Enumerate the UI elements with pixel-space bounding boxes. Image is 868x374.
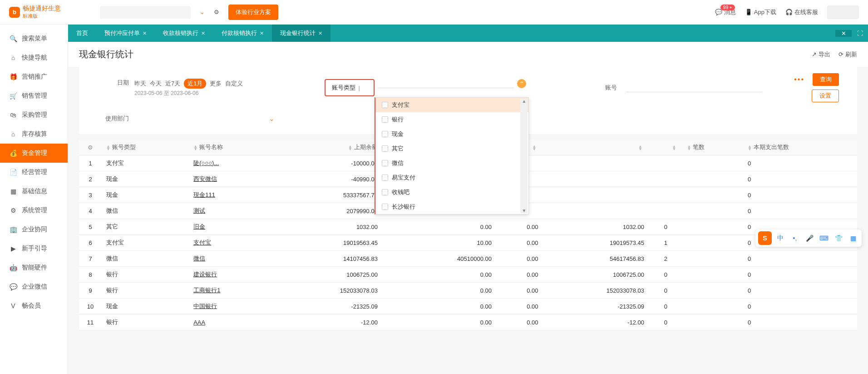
ime-sogou-icon[interactable]: S: [758, 231, 772, 245]
dropdown-item-2[interactable]: 现金: [375, 127, 528, 141]
sort-icon[interactable]: ▲▼: [193, 145, 197, 150]
cell-name[interactable]: 陡(○○○)...: [189, 155, 276, 171]
col-header-2[interactable]: ▲▼账号名称: [189, 140, 276, 155]
ime-keyboard-icon[interactable]: ⌨: [818, 232, 830, 244]
industry-plan-button[interactable]: 体验行业方案: [228, 5, 278, 20]
close-icon[interactable]: ✕: [318, 30, 322, 36]
close-icon[interactable]: ✕: [201, 30, 205, 36]
cell-name[interactable]: 微信: [189, 251, 276, 267]
table-row[interactable]: 9 银行 工商银行1 152033078.03 0.00 0.00 152033…: [79, 283, 857, 299]
close-icon[interactable]: ✕: [260, 30, 264, 36]
chevron-down-icon[interactable]: ⌄: [200, 9, 205, 15]
date-option-2[interactable]: 近7天: [165, 80, 180, 88]
cell-name[interactable]: 测试: [189, 203, 276, 219]
sort-icon[interactable]: ▲▼: [748, 145, 752, 150]
app-download-link[interactable]: 📱 App下载: [745, 8, 776, 16]
user-avatar[interactable]: [827, 5, 859, 19]
more-filters-icon[interactable]: •••: [794, 75, 804, 84]
filter-settings-button[interactable]: 设置: [812, 90, 839, 102]
date-option-1[interactable]: 今天: [150, 80, 162, 88]
table-row[interactable]: 10 现金 中国银行 -21325.09 0.00 0.00 -21325.09…: [79, 299, 857, 314]
sidebar-item-11[interactable]: ▶新手引导: [0, 239, 68, 258]
gear-icon[interactable]: ⚙: [214, 9, 219, 15]
fullscreen-button[interactable]: ⛶: [852, 30, 868, 37]
cell-name[interactable]: 支付宝: [189, 235, 276, 251]
table-row[interactable]: 7 微信 微信 14107456.83 40510000.00 0.00 546…: [79, 251, 857, 267]
sidebar-item-7[interactable]: 📄经营管理: [0, 163, 68, 182]
export-button[interactable]: ↗ 导出: [812, 50, 830, 59]
tab-4[interactable]: 现金银行统计✕: [272, 25, 330, 42]
scroll-up-icon[interactable]: ▲: [522, 99, 527, 104]
col-header-7[interactable]: ▲▼: [649, 140, 683, 155]
checkbox-icon[interactable]: [382, 145, 388, 152]
dropdown-item-5[interactable]: 易宝支付: [375, 170, 528, 185]
dropdown-item-7[interactable]: 长沙银行: [375, 199, 528, 214]
sidebar-item-12[interactable]: 🤖智能硬件: [0, 258, 68, 277]
refresh-button[interactable]: ⟳ 刷新: [838, 50, 857, 59]
date-option-0[interactable]: 昨天: [134, 80, 146, 88]
col-header-0[interactable]: ⚙: [79, 140, 102, 155]
sort-icon[interactable]: ▲▼: [348, 145, 352, 150]
cell-name[interactable]: 西安微信: [189, 171, 276, 187]
ime-lang-icon[interactable]: 中: [774, 232, 786, 244]
tab-1[interactable]: 预付冲应付单✕: [96, 25, 155, 42]
cell-name[interactable]: 工商银行1: [189, 283, 276, 299]
dropdown-scrollbar[interactable]: ▲ ▼: [520, 99, 528, 213]
department-filter[interactable]: 使用部门 ⌄: [93, 115, 274, 123]
sidebar-item-5[interactable]: ⌂库存核算: [0, 125, 68, 144]
col-header-3[interactable]: ▲▼上期余额: [276, 140, 382, 155]
date-option-5[interactable]: 自定义: [225, 80, 243, 88]
logo[interactable]: b 畅捷通好生意 标准版: [9, 5, 73, 20]
company-selector[interactable]: [100, 6, 191, 19]
table-row[interactable]: 8 银行 建设银行 1006725.00 0.00 0.00 1006725.0…: [79, 267, 857, 283]
sidebar-item-1[interactable]: ⌂快捷导航: [0, 48, 68, 67]
sidebar-item-10[interactable]: 🏢企业协同: [0, 220, 68, 239]
sidebar-item-14[interactable]: V畅会员: [0, 296, 68, 315]
ime-mic-icon[interactable]: 🎤: [804, 232, 815, 244]
sidebar-item-13[interactable]: 💬企业微信: [0, 277, 68, 296]
sort-icon[interactable]: ▲▼: [106, 145, 110, 150]
sidebar-item-0[interactable]: 🔍搜索菜单: [0, 29, 68, 48]
sort-icon[interactable]: ▲▼: [672, 145, 676, 150]
cell-name[interactable]: 现金111: [189, 187, 276, 203]
cell-name[interactable]: 中国银行: [189, 299, 276, 314]
collapse-toggle-icon[interactable]: ⌃: [517, 79, 526, 88]
messages-link[interactable]: 💬 消息 99 +: [715, 8, 736, 16]
sidebar-item-9[interactable]: ⚙系统管理: [0, 201, 68, 220]
date-option-4[interactable]: 更多: [210, 80, 222, 88]
checkbox-icon[interactable]: [382, 102, 388, 108]
ime-punct-icon[interactable]: •,: [789, 232, 801, 244]
scroll-down-icon[interactable]: ▼: [522, 208, 527, 213]
account-code-input[interactable]: [626, 83, 762, 92]
dropdown-item-4[interactable]: 微信: [375, 156, 528, 170]
dropdown-item-0[interactable]: 支付宝: [375, 98, 528, 112]
sidebar-item-8[interactable]: ▦基础信息: [0, 182, 68, 201]
tab-2[interactable]: 收款核销执行✕: [155, 25, 213, 42]
checkbox-icon[interactable]: [382, 160, 388, 166]
checkbox-icon[interactable]: [382, 131, 388, 137]
col-header-9[interactable]: ▲▼本期支出笔数: [743, 140, 857, 155]
close-icon[interactable]: ✕: [143, 30, 147, 36]
ime-toolbox-icon[interactable]: ▦: [847, 232, 859, 244]
sidebar-item-3[interactable]: 🛒销售管理: [0, 86, 68, 105]
sort-icon[interactable]: ▲▼: [638, 145, 642, 150]
table-row[interactable]: 11 银行 AAA -12.00 0.00 0.00 -12.00 0 0: [79, 314, 857, 330]
ime-skin-icon[interactable]: 👕: [833, 232, 844, 244]
cell-name[interactable]: 旧金: [189, 219, 276, 235]
sidebar-item-4[interactable]: 🛍采购管理: [0, 105, 68, 125]
dropdown-item-3[interactable]: 其它: [375, 141, 528, 156]
checkbox-icon[interactable]: [382, 116, 388, 123]
dropdown-item-6[interactable]: 收钱吧: [375, 185, 528, 199]
checkbox-icon[interactable]: [382, 189, 388, 195]
sort-icon[interactable]: ▲▼: [533, 145, 537, 150]
sidebar-item-2[interactable]: 🎁营销推广: [0, 67, 68, 86]
col-header-8[interactable]: ▲▼笔数: [683, 140, 743, 155]
table-row[interactable]: 5 其它 旧金 1032.00 0.00 0.00 1032.00 0 0: [79, 219, 857, 235]
col-header-1[interactable]: ▲▼账号类型: [102, 140, 189, 155]
sidebar-item-6[interactable]: 💰资金管理: [0, 144, 68, 163]
cell-name[interactable]: AAA: [189, 314, 276, 330]
tab-3[interactable]: 付款核销执行✕: [213, 25, 272, 42]
col-header-6[interactable]: ▲▼: [543, 140, 649, 155]
table-row[interactable]: 6 支付宝 支付宝 19019563.45 10.00 0.00 1901957…: [79, 235, 857, 251]
tab-0[interactable]: 首页: [68, 25, 96, 42]
